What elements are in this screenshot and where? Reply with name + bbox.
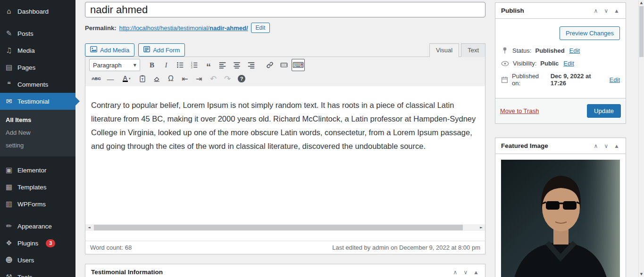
scroll-down-arrow-icon[interactable]: ▼ — [639, 271, 644, 277]
sidebar-item-label: Plugins — [17, 240, 38, 247]
sidebar-item-label: Pages — [17, 64, 35, 71]
post-title-input[interactable] — [85, 2, 485, 17]
tab-text[interactable]: Text — [461, 43, 485, 57]
sidebar-item-comments[interactable]: ❝ Comments — [0, 76, 75, 93]
horizontal-rule-button[interactable]: — — [104, 73, 117, 85]
outdent-button[interactable]: ⇤ — [178, 73, 192, 85]
scroll-left-arrow-icon[interactable]: ◄ — [85, 224, 93, 231]
sidebar-item-users[interactable]: ☻ Users — [0, 252, 75, 269]
submenu-item-add-new[interactable]: Add New — [0, 126, 75, 139]
templates-icon: ▦ — [5, 183, 13, 191]
testimonial-information-header[interactable]: Testimonial Information ∧ ∨ ▲ — [85, 264, 485, 277]
update-button[interactable]: Update — [587, 104, 621, 118]
toggle-panel-icon[interactable]: ▲ — [471, 270, 481, 275]
featured-image-photo[interactable] — [501, 160, 620, 277]
sidebar-item-testimonial[interactable]: ✉ Testimonial — [0, 93, 75, 110]
sidebar-item-media[interactable]: ♫ Media — [0, 42, 75, 59]
pages-icon: ▤ — [5, 63, 13, 72]
numbered-list-button[interactable]: 123 — [188, 59, 201, 71]
help-button[interactable]: ? — [235, 73, 248, 85]
post-edit-main: Permalink: http://localhost/hestia/testi… — [85, 0, 485, 277]
word-count: Word count: 68 — [90, 244, 132, 251]
preview-row: Preview Changes — [501, 26, 620, 40]
align-center-button[interactable] — [230, 59, 243, 71]
permalink-link[interactable]: http://localhost/hestia/testimonial/nadi… — [119, 24, 248, 32]
editor-content-area[interactable]: Contrary to popular belief, Lorem Ipsum … — [85, 86, 485, 224]
vscroll-thumb[interactable] — [639, 6, 644, 57]
move-to-trash-link[interactable]: Move to Trash — [500, 107, 539, 114]
move-up-icon[interactable]: ∧ — [450, 269, 460, 276]
permalink-edit-button[interactable]: Edit — [251, 23, 270, 33]
scroll-right-arrow-icon[interactable]: ► — [477, 224, 485, 231]
read-more-icon — [280, 61, 288, 69]
sidebar-item-appearance[interactable]: ✏ Appearance — [0, 218, 75, 235]
published-on-value: Dec 9, 2022 at 17:26 — [551, 73, 605, 87]
add-form-button[interactable]: Add Form — [138, 43, 185, 57]
submenu-item-setting[interactable]: setting — [0, 139, 75, 152]
bullet-list-button[interactable] — [174, 59, 187, 71]
toggle-panel-icon[interactable]: ▲ — [611, 144, 622, 148]
sidebar-item-elementor[interactable]: ▣ Elementor — [0, 162, 75, 179]
publish-panel-header[interactable]: Publish ∧ ∨ ▲ — [495, 3, 626, 19]
scroll-up-arrow-icon[interactable]: ▲ — [639, 0, 644, 6]
menu-separator — [0, 20, 75, 25]
sidebar-item-pages[interactable]: ▤ Pages — [0, 59, 75, 76]
media-buttons-row: Add Media Add Form Visual Text — [85, 43, 485, 57]
indent-button[interactable]: ⇥ — [192, 73, 206, 85]
tab-visual[interactable]: Visual — [429, 43, 459, 57]
move-up-icon[interactable]: ∧ — [591, 8, 601, 14]
align-left-button[interactable] — [216, 59, 229, 71]
toggle-panel-icon[interactable]: ▲ — [611, 8, 622, 13]
italic-button[interactable]: I — [159, 59, 173, 71]
featured-image-body: Click the image to edit or update — [495, 154, 626, 277]
sidebar-item-posts[interactable]: ✎ Posts — [0, 25, 75, 42]
insert-link-button[interactable] — [263, 59, 276, 71]
strikethrough-button[interactable]: ABC — [90, 73, 103, 85]
blockquote-button[interactable]: “ — [202, 59, 215, 71]
editor-sidebar: Publish ∧ ∨ ▲ Preview Changes Status: Pu… — [495, 2, 626, 277]
sidebar-item-label: Templates — [17, 184, 47, 191]
tools-icon: ⚒ — [5, 273, 13, 277]
sidebar-item-templates[interactable]: ▦ Templates — [0, 179, 75, 196]
status-value: Published — [535, 47, 564, 54]
align-center-icon — [233, 61, 241, 69]
move-down-icon[interactable]: ∨ — [601, 8, 611, 14]
editor-horizontal-scrollbar[interactable]: ◄ ► — [85, 224, 485, 231]
menu-separator — [0, 156, 75, 162]
sidebar-item-wpforms[interactable]: ▥ WPForms — [0, 196, 75, 212]
sidebar-item-dashboard[interactable]: ⌂ Dashboard — [0, 3, 75, 20]
edit-visibility-link[interactable]: Edit — [563, 60, 574, 67]
special-character-button[interactable]: Ω — [164, 73, 177, 85]
sidebar-item-plugins[interactable]: ❖ Plugins 3 — [0, 235, 75, 252]
toolbar-toggle-button[interactable]: ⌨ — [292, 59, 305, 71]
visibility-label: Visibility: — [513, 60, 536, 67]
move-up-icon[interactable]: ∧ — [591, 143, 601, 149]
editor-toolbar-row-1: Paragraph ▼ B I 123 “ — [85, 57, 485, 73]
edit-status-link[interactable]: Edit — [569, 47, 580, 54]
dashboard-icon: ⌂ — [5, 7, 13, 16]
clear-formatting-button[interactable] — [150, 73, 163, 85]
align-right-button[interactable] — [244, 59, 258, 71]
redo-button[interactable]: ↷ — [221, 73, 234, 85]
paragraph-format-select[interactable]: Paragraph ▼ — [89, 59, 140, 71]
hscroll-thumb[interactable] — [94, 225, 463, 230]
text-color-button[interactable]: A ▾ — [118, 73, 135, 85]
undo-button[interactable]: ↶ — [207, 73, 220, 85]
move-down-icon[interactable]: ∨ — [601, 143, 611, 149]
bold-button[interactable]: B — [145, 59, 159, 71]
add-media-button[interactable]: Add Media — [85, 43, 134, 57]
page-vertical-scrollbar[interactable]: ▲ ▼ — [638, 0, 644, 277]
hscroll-track[interactable] — [93, 224, 477, 231]
link-icon — [266, 61, 274, 69]
edit-published-date-link[interactable]: Edit — [610, 76, 620, 83]
move-down-icon[interactable]: ∨ — [460, 269, 471, 276]
read-more-tag-button[interactable] — [277, 59, 291, 71]
preview-changes-button[interactable]: Preview Changes — [560, 26, 620, 40]
align-right-icon — [247, 61, 255, 69]
publish-panel-body: Preview Changes Status: Published Edit V… — [495, 19, 626, 98]
editor-body: Contrary to popular belief, Lorem Ipsum … — [85, 86, 485, 254]
paste-as-text-button[interactable]: T — [136, 73, 149, 85]
submenu-item-all-items[interactable]: All Items — [0, 114, 75, 126]
sidebar-item-tools[interactable]: ⚒ Tools — [0, 269, 75, 277]
featured-image-header[interactable]: Featured Image ∧ ∨ ▲ — [495, 138, 626, 154]
